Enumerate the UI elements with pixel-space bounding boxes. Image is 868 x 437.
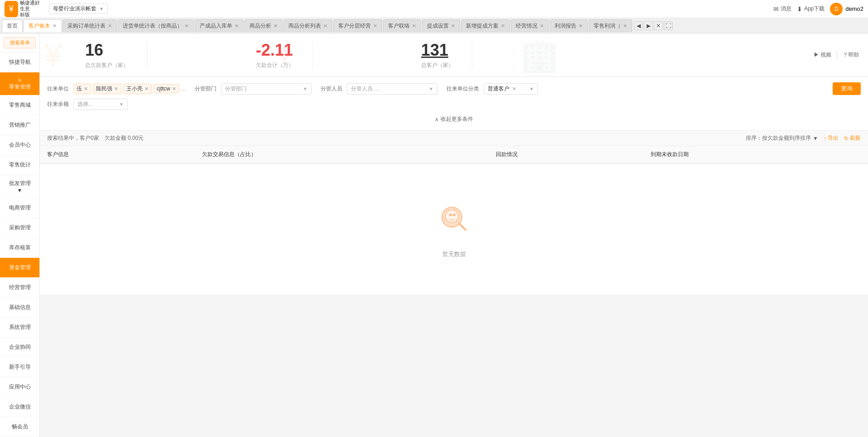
tab-customer-segment-close[interactable]: ✕ [373, 23, 377, 29]
workspace-selector[interactable]: 母婴行业演示帐套 ▼ [49, 4, 108, 14]
sidebar-item-quick-nav[interactable]: 快捷导航 [0, 52, 39, 72]
sidebar-item-member[interactable]: 会员中心 [0, 135, 39, 155]
sidebar-purchase-label: 采购管理 [9, 224, 31, 232]
filter-tag-cjttcw-remove[interactable]: ✕ [172, 86, 176, 92]
tab-customer-contact[interactable]: 客户联络 ✕ [383, 19, 421, 32]
sidebar-item-ecommerce[interactable]: 电商管理 [0, 198, 39, 218]
message-button[interactable]: ✉ 消息 [773, 5, 791, 13]
dept-filter-label: 分管部门 [195, 85, 216, 93]
tab-purchase-stats[interactable]: 进货单统计表（按商品） ✕ [118, 19, 194, 32]
wholesale-expand-icon: ▼ [17, 187, 23, 194]
filter-tag-chen-remove[interactable]: ✕ [114, 86, 118, 92]
person-extra-button[interactable]: ... [374, 86, 379, 92]
sidebar-item-system[interactable]: 系统管理 [0, 318, 39, 337]
top-bar: ¥ 畅捷通好生意 标版 母婴行业演示帐套 ▼ ✉ 消息 ⬇ App下载 D de… [0, 0, 868, 18]
tab-home-label: 首页 [7, 22, 18, 30]
person-filter-select[interactable]: 分管人员 ... ▼ [347, 83, 437, 95]
message-label: 消息 [781, 5, 791, 13]
app-download-button[interactable]: ⬇ App下载 [797, 5, 825, 13]
sidebar-search-button[interactable]: 搜索菜单 [4, 37, 36, 48]
tab-goods-analysis-list-close[interactable]: ✕ [323, 23, 327, 29]
sidebar-item-wholesale[interactable]: 批发管理 ▼ [0, 175, 39, 198]
sidebar-inventory-label: 库存核算 [9, 244, 31, 252]
collapse-label: 收起更多条件 [441, 115, 473, 123]
tab-business-status-close[interactable]: ✕ [540, 23, 544, 29]
unit-filter-tags: 伍 ✕ 陈民强 ✕ 王小亮 ✕ cjttcw ✕ ... [73, 84, 186, 94]
sidebar-item-newbie[interactable]: 新手引导 [0, 357, 39, 377]
unit-type-filter-select[interactable]: 普通客户 ✕ ▼ [484, 83, 538, 95]
sidebar-operation-label: 经营管理 [9, 284, 31, 291]
unit-filter-label: 往来单位 [47, 85, 69, 93]
tab-raise-settings[interactable]: 提成设置 ✕ [422, 19, 460, 32]
tab-product-inbound-close[interactable]: ✕ [235, 23, 239, 29]
tab-purchase-orders[interactable]: 采购订单统计表 ✕ [62, 19, 117, 32]
tab-business-status[interactable]: 经营情况 ✕ [511, 19, 549, 32]
sidebar-item-purchase[interactable]: 采购管理 [0, 218, 39, 238]
tab-retail-profit-close[interactable]: ✕ [623, 23, 627, 29]
tab-close-all[interactable]: ✕ [654, 21, 663, 30]
sidebar-item-capital[interactable]: 资金管理 [0, 258, 39, 278]
tab-nav-right[interactable]: ▶ [644, 21, 653, 30]
tab-customer-balance-close[interactable]: ✕ [53, 23, 57, 29]
help-button[interactable]: ？帮助 [843, 51, 859, 60]
filter-tag-wu-remove[interactable]: ✕ [84, 86, 88, 92]
remainder-filter-select[interactable]: 选择... ▼ [73, 99, 128, 110]
sidebar-item-app-center[interactable]: 应用中心 [0, 377, 39, 397]
filter-tag-wang-remove[interactable]: ✕ [144, 86, 149, 92]
filter-tag-wang: 王小亮 ✕ [123, 84, 152, 94]
dept-filter-select[interactable]: 分管部门 ▼ [221, 83, 312, 95]
sidebar-item-retail[interactable]: ≡ 零售管理 [0, 72, 39, 95]
tab-nav-left[interactable]: ◀ [634, 21, 643, 30]
tab-customer-segment[interactable]: 客户分层经营 ✕ [333, 19, 382, 32]
tab-purchase-stats-close[interactable]: ✕ [185, 23, 189, 29]
tab-profit-report-close[interactable]: ✕ [579, 23, 583, 29]
tab-raise-settings-close[interactable]: ✕ [451, 23, 455, 29]
collapse-button[interactable]: ∧ 收起更多条件 [433, 114, 475, 125]
tab-customer-balance-label: 客户账本 [29, 22, 50, 30]
sidebar-item-basic[interactable]: 基础信息 [0, 298, 39, 318]
sidebar-item-retail-mall[interactable]: 零售商城 [0, 95, 39, 115]
tab-retail-profit[interactable]: 零售利润（ ✕ [589, 19, 632, 32]
refresh-button[interactable]: ↻ 刷新 [844, 134, 861, 142]
remainder-select-arrow: ▼ [119, 102, 124, 107]
tab-goods-analysis[interactable]: 商品分析 ✕ [245, 19, 283, 32]
query-button[interactable]: 查询 [833, 82, 861, 95]
filter-more-button[interactable]: ... [181, 86, 186, 92]
tab-new-raise-plan[interactable]: 新增提成方案 ✕ [461, 19, 510, 32]
tab-customer-contact-close[interactable]: ✕ [412, 23, 416, 29]
filter-tag-cjttcw: cjttcw ✕ [153, 84, 179, 93]
col-customer-info: 客户信息 [40, 146, 195, 163]
sort-select[interactable]: 排序：按欠款金额到序排序 ▼ [746, 134, 818, 142]
stat-total-customers2-label: 总客户（家） [421, 62, 454, 69]
sidebar-item-operation[interactable]: 经营管理 [0, 278, 39, 298]
export-button[interactable]: ↑ 导出 [824, 134, 839, 142]
video-help-button[interactable]: ▶ 视频 [814, 51, 831, 60]
tab-purchase-orders-close[interactable]: ✕ [108, 23, 112, 29]
tab-customer-balance[interactable]: 客户账本 ✕ [24, 19, 62, 32]
sidebar-item-inventory[interactable]: 库存核算 [0, 238, 39, 258]
unit-type-remove-icon[interactable]: ✕ [512, 86, 516, 92]
tab-business-status-label: 经营情况 [516, 22, 537, 30]
tab-customer-segment-label: 客户分层经营 [338, 22, 371, 30]
collapse-chevron-icon: ∧ [435, 116, 439, 123]
sidebar-item-vip-member[interactable]: 畅会员 [0, 417, 39, 437]
sidebar-item-enterprise-wechat[interactable]: 企业微信 [0, 397, 39, 417]
sidebar-item-enterprise-collab[interactable]: 企业协同 [0, 337, 39, 357]
tab-profit-report[interactable]: 利润报告 ✕ [550, 19, 588, 32]
user-menu[interactable]: D demo2 [830, 3, 863, 15]
tab-home[interactable]: 首页 [2, 19, 23, 32]
stat-total-debt-label: 欠款合计（万） [256, 62, 294, 69]
sidebar-item-marketing[interactable]: 营销推广 [0, 115, 39, 135]
tab-product-inbound[interactable]: 产成品入库单 ✕ [195, 19, 244, 32]
tab-goods-analysis-close[interactable]: ✕ [273, 23, 278, 29]
empty-state: 暂无数据 [40, 164, 868, 294]
sidebar-marketing-label: 营销推广 [9, 121, 31, 129]
sidebar-retail-mall-label: 零售商城 [9, 101, 31, 109]
results-bar: 搜索结果中，客户0家 欠款金额 0.00元 排序：按欠款金额到序排序 ▼ ↑ 导… [40, 131, 868, 146]
quick-nav-label: 快捷导航 [9, 58, 31, 66]
tab-new-raise-plan-close[interactable]: ✕ [501, 23, 505, 29]
sidebar-item-retail-stats[interactable]: 零售统计 [0, 155, 39, 175]
tab-goods-analysis-list[interactable]: 商品分析列表 ✕ [283, 19, 332, 32]
svg-line-2 [459, 223, 465, 230]
tab-expand[interactable]: ⛶ [664, 21, 673, 30]
